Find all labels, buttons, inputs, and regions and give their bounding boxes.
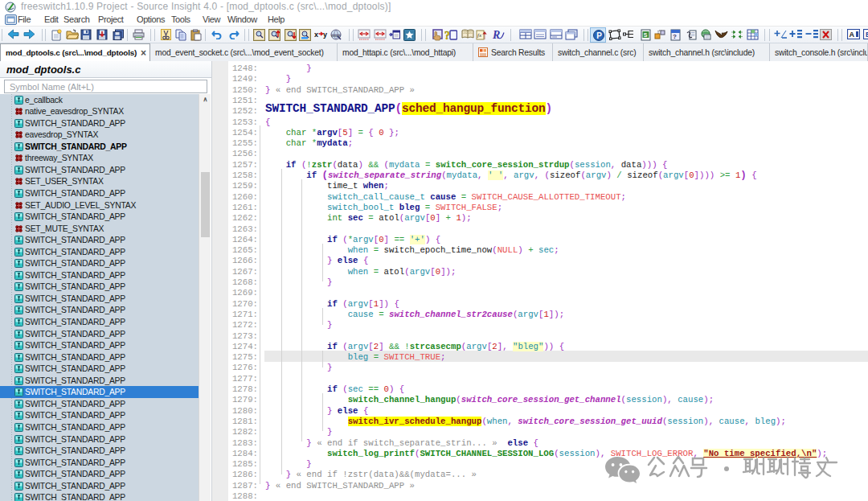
svg-text:y: y	[323, 31, 327, 39]
svg-text:fx: fx	[477, 32, 482, 39]
svg-text:A: A	[850, 31, 855, 39]
svg-text:x: x	[314, 31, 318, 39]
svg-text:R: R	[492, 29, 500, 39]
svg-text:?: ?	[673, 33, 677, 40]
svg-text:?: ?	[444, 30, 450, 41]
svg-text:S: S	[644, 32, 648, 38]
svg-text:P: P	[596, 31, 602, 40]
